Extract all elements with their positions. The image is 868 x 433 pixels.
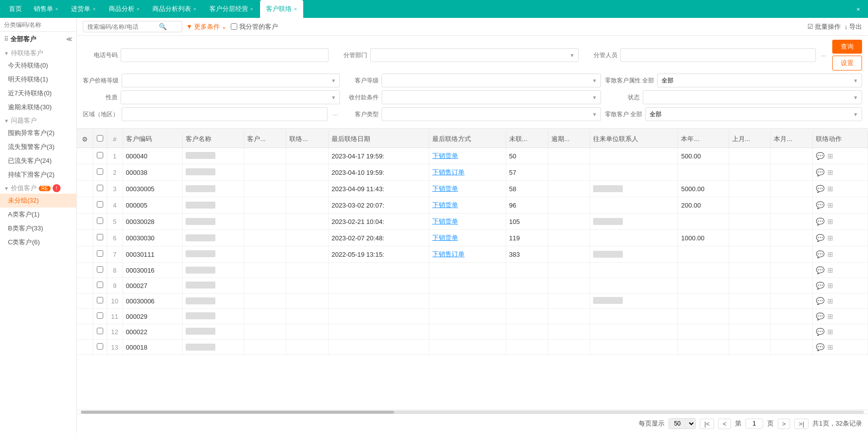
chat-icon[interactable]: 💬 [816,297,824,305]
last-method-link[interactable]: 下销货单 [432,234,458,241]
check-cell[interactable] [93,324,107,340]
reset-button[interactable]: 设置 [832,56,862,71]
sidebar-item-tomorrow-pending[interactable]: 明天待联络(1) [0,72,76,86]
page-input[interactable] [745,419,763,429]
tab-sales[interactable]: 销售单 × [28,0,64,18]
this-month-column-header[interactable]: 本月... [771,131,813,148]
row-checkbox[interactable] [97,201,103,208]
export-button[interactable]: ↓ 导出 [845,22,863,31]
grid-icon[interactable]: ⊞ [827,312,833,320]
tab-product-analysis-list[interactable]: 商品分析列表 × [146,0,202,18]
chat-icon[interactable]: 💬 [816,152,824,160]
last-page-button[interactable]: >| [794,419,808,429]
chat-icon[interactable]: 💬 [816,343,824,351]
pending-contact-group[interactable]: ▼ 待联络客户 [0,47,76,59]
grid-icon[interactable]: ⊞ [827,297,833,305]
first-page-button[interactable]: |< [700,419,714,429]
sidebar-item-churned[interactable]: 已流失客户(24) [0,154,76,168]
row-checkbox[interactable] [97,168,103,175]
grid-icon[interactable]: ⊞ [827,168,833,176]
customer-type-select[interactable] [382,107,601,121]
category-column-header[interactable]: 客户... [244,131,286,148]
code-column-header[interactable]: 客户编码 [123,131,183,148]
last-method-link[interactable]: 下销货单 [432,201,458,209]
close-icon[interactable]: × [294,6,297,12]
this-year-column-header[interactable]: 本年... [678,131,729,148]
grid-icon[interactable]: ⊞ [827,250,833,258]
last-method-link[interactable]: 下销售订单 [432,168,465,176]
sidebar-item-abnormal[interactable]: 囤购异常客户(2) [0,126,76,140]
close-icon[interactable]: × [55,6,58,12]
chat-icon[interactable]: 💬 [816,168,824,176]
dept-select[interactable] [370,48,578,62]
prev-page-button[interactable]: < [718,419,731,429]
close-icon[interactable]: × [136,6,139,12]
chat-icon[interactable]: 💬 [816,234,824,242]
my-customers-checkbox-label[interactable]: 我分管的客户 [231,22,278,31]
next-page-button[interactable]: > [778,419,791,429]
price-level-select[interactable] [122,73,340,87]
check-cell[interactable] [93,181,107,197]
page-size-select[interactable]: 50 100 200 [668,418,696,429]
check-cell[interactable] [93,293,107,309]
close-icon[interactable]: × [193,6,196,12]
close-icon[interactable]: × [92,6,95,12]
chat-icon[interactable]: 💬 [816,201,824,209]
contact-column-header[interactable]: 联络... [286,131,329,148]
sidebar-item-today-pending[interactable]: 今天待联络(0) [0,59,76,72]
check-cell[interactable] [93,246,107,263]
gear-column-header[interactable]: ⚙ [77,131,93,148]
last-method-link[interactable]: 下销货单 [432,185,458,192]
problem-customer-group[interactable]: ▼ 问题客户 [0,114,76,126]
close-all-button[interactable]: × [852,5,864,13]
tab-purchase[interactable]: 进货单 × [65,0,101,18]
sidebar-search-input[interactable] [4,21,77,28]
row-checkbox[interactable] [97,185,103,191]
phone-input[interactable] [121,48,329,62]
tab-product-analysis[interactable]: 商品分析 × [103,0,145,18]
grid-icon[interactable]: ⊞ [827,234,833,242]
batch-op-button[interactable]: ☑ 批量操作 [807,22,841,31]
row-checkbox[interactable] [97,312,103,319]
grid-icon[interactable]: ⊞ [827,266,833,274]
region-input[interactable] [122,107,328,121]
retail-customer-select[interactable]: 全部 [645,107,862,121]
overdue-column-header[interactable]: 逾期... [548,131,590,148]
grid-icon[interactable]: ⊞ [827,343,833,351]
search-icon[interactable]: 🔍 [159,23,167,30]
row-checkbox[interactable] [97,297,103,303]
manager-input[interactable] [620,48,816,62]
retail-attr-select[interactable]: 全部 [657,73,862,87]
grid-icon[interactable]: ⊞ [827,152,833,160]
select-all-checkbox[interactable] [97,135,103,142]
last-method-column-header[interactable]: 最后联络方式 [429,131,506,148]
check-cell[interactable] [93,197,107,214]
chat-icon[interactable]: 💬 [816,328,824,336]
chat-icon[interactable]: 💬 [816,266,824,274]
home-tab[interactable]: 首页 [4,0,27,18]
row-checkbox[interactable] [97,282,103,288]
row-checkbox[interactable] [97,234,103,240]
row-checkbox[interactable] [97,217,103,224]
tab-customer-contact[interactable]: 客户联络 × [260,0,303,18]
check-cell[interactable] [93,278,107,293]
check-column-header[interactable] [93,131,107,148]
last-date-column-header[interactable]: 最后联络日期 [328,131,429,148]
check-cell[interactable] [93,214,107,230]
grid-icon[interactable]: ⊞ [827,185,833,193]
value-customer-group[interactable]: ▼ 价值客户 RE ! [0,182,76,194]
grid-icon[interactable]: ⊞ [827,201,833,209]
nature-select[interactable] [121,90,340,104]
sidebar-item-churn-warning[interactable]: 流失预警客户(3) [0,140,76,154]
check-cell[interactable] [93,340,107,355]
row-checkbox[interactable] [97,152,103,158]
sidebar-item-class-c[interactable]: C类客户(6) [0,235,76,249]
more-dots-icon[interactable]: ··· [331,111,340,118]
my-customers-checkbox[interactable] [231,23,237,30]
row-checkbox[interactable] [97,266,103,273]
chat-icon[interactable]: 💬 [816,217,824,225]
row-checkbox[interactable] [97,250,103,257]
last-month-column-header[interactable]: 上月... [729,131,771,148]
check-cell[interactable] [93,148,107,164]
row-checkbox[interactable] [97,328,103,334]
